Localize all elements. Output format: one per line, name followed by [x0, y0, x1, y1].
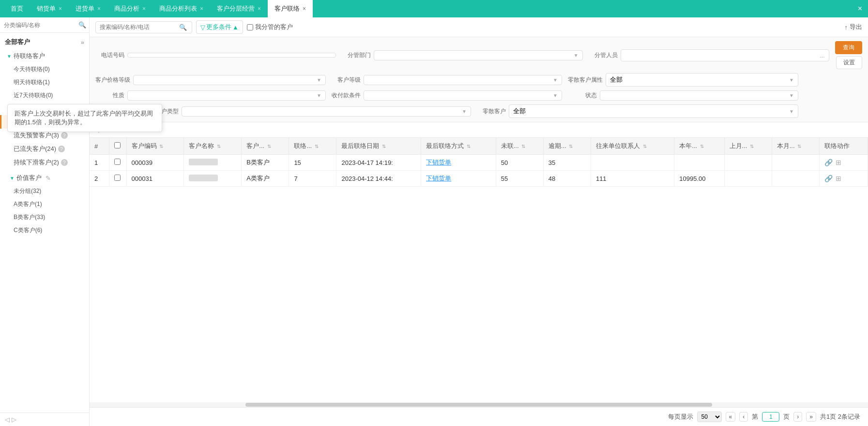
declining-help-icon[interactable]: ?: [61, 159, 68, 166]
status-select[interactable]: ▼: [600, 90, 798, 101]
sidebar-search-icon[interactable]: 🔍: [78, 21, 86, 29]
col-contact-count[interactable]: 联络... ⇅: [289, 138, 336, 155]
filter-dept: 分管部门 ▼: [342, 50, 582, 60]
nav-item-home[interactable]: 首页: [4, 0, 30, 17]
nav-close-analysis-list[interactable]: ×: [200, 5, 203, 12]
page-last-button[interactable]: »: [806, 412, 816, 422]
retail-customer-select[interactable]: 全部 ▼: [509, 104, 798, 118]
nav-item-sales[interactable]: 销货单 ×: [30, 0, 69, 17]
sidebar-section-value[interactable]: ▼ 价值客户 ✎: [0, 171, 89, 185]
my-customer-checkbox[interactable]: [247, 24, 253, 30]
more-conditions-button[interactable]: ▽ 更多条件 ▲: [196, 20, 243, 34]
page-number-input[interactable]: [762, 412, 779, 422]
sidebar-leaf-7days[interactable]: 近7天待联络(0): [0, 89, 89, 102]
row1-checkbox[interactable]: [109, 155, 126, 171]
export-button[interactable]: ↑ 导出: [845, 23, 863, 31]
row2-checkbox[interactable]: [109, 171, 126, 187]
nav-close-customer-contact[interactable]: ×: [303, 5, 306, 12]
nav-close-analysis[interactable]: ×: [142, 5, 146, 12]
col-uncontacted[interactable]: 未联... ⇅: [496, 138, 543, 155]
person-select[interactable]: ...: [621, 49, 829, 61]
person-dots: ...: [820, 52, 825, 59]
col-last-method[interactable]: 最后联络方式 ⇅: [421, 138, 496, 155]
row2-method-link[interactable]: 下销货单: [426, 175, 451, 182]
col-this-month[interactable]: 本月... ⇅: [772, 138, 819, 155]
nav-item-customer-tier[interactable]: 客户分层经营 ×: [210, 0, 268, 17]
sidebar-leaf-b-class[interactable]: B类客户(33): [0, 211, 89, 224]
nature-select[interactable]: ▼: [127, 90, 326, 101]
my-customer-checkbox-area[interactable]: 我分管的客户: [247, 23, 293, 31]
nav-item-purchase[interactable]: 进货单 ×: [69, 0, 107, 17]
row1-link-icon[interactable]: 🔗: [824, 159, 833, 166]
row1-grid-icon[interactable]: ⊞: [836, 159, 841, 166]
sidebar-leaf-c-class[interactable]: C类客户(6): [0, 224, 89, 237]
col-checkbox: [109, 138, 126, 155]
page-next-button[interactable]: ›: [793, 412, 802, 422]
nav-label-sales: 销货单: [37, 4, 56, 13]
nav-close-purchase[interactable]: ×: [97, 5, 101, 12]
payment-select[interactable]: ▼: [364, 90, 562, 101]
nav-item-analysis[interactable]: 商品分析 ×: [107, 0, 152, 17]
nav-close-customer-tier[interactable]: ×: [258, 5, 261, 12]
select-all-checkbox[interactable]: [114, 142, 121, 148]
sidebar-expand-icon2[interactable]: ▷: [12, 416, 16, 423]
sidebar-expand-icon[interactable]: ◁: [5, 416, 10, 423]
phone-input[interactable]: [127, 53, 336, 58]
sidebar-leaf-a-class[interactable]: A类客户(1): [0, 198, 89, 211]
col-name[interactable]: 客户名称 ⇅: [184, 138, 242, 155]
sidebar-leaf-ungrouped[interactable]: 未分组(32): [0, 185, 89, 198]
nav-label-analysis: 商品分析: [114, 4, 139, 13]
row1-checkbox-input[interactable]: [114, 159, 121, 165]
row2-last-method[interactable]: 下销货单: [421, 171, 496, 187]
sidebar-leaf-declining[interactable]: 持续下滑客户(2) ?: [0, 156, 89, 169]
page-word: 页: [783, 412, 790, 421]
row1-actions: 🔗 ⊞: [819, 155, 868, 171]
sidebar-leaf-churned[interactable]: 已流失客户(24) ?: [0, 142, 89, 156]
dept-select[interactable]: ▼: [374, 50, 582, 60]
value-edit-icon[interactable]: ✎: [46, 175, 51, 182]
row1-last-date: 2023-04-17 14:19:: [336, 155, 421, 171]
col-last-month[interactable]: 上月... ⇅: [724, 138, 772, 155]
row2-grid-icon[interactable]: ⊞: [836, 175, 841, 182]
row1-last-method[interactable]: 下销货单: [421, 155, 496, 171]
nav-close-sales[interactable]: ×: [59, 5, 62, 12]
search-icon[interactable]: 🔍: [179, 24, 187, 31]
churned-help-icon[interactable]: ?: [58, 146, 65, 152]
row2-checkbox-input[interactable]: [114, 175, 121, 181]
row2-name: [184, 171, 242, 187]
sidebar-search-input[interactable]: [4, 22, 76, 29]
declining-label: 持续下滑客户(2): [14, 158, 59, 167]
query-button[interactable]: 查询: [835, 41, 862, 54]
sidebar-all-customers[interactable]: 全部客户 »: [0, 35, 89, 49]
page-prev-button[interactable]: ‹: [739, 412, 748, 422]
sidebar-section-pending[interactable]: ▼ 待联络客户: [0, 49, 89, 63]
page-first-button[interactable]: «: [726, 412, 736, 422]
customer-grade-select[interactable]: ▼: [364, 75, 562, 85]
settings-button[interactable]: 设置: [836, 56, 862, 69]
row1-uncontacted: 50: [496, 155, 543, 171]
search-input[interactable]: [100, 24, 177, 30]
customer-type-select[interactable]: ▼: [182, 106, 471, 117]
col-person[interactable]: 往来单位联系人 ⇅: [591, 138, 674, 155]
nav-item-customer-contact[interactable]: 客户联络 ×: [268, 0, 313, 17]
sidebar-leaf-tomorrow[interactable]: 明天待联络(1): [0, 76, 89, 89]
row1-method-link[interactable]: 下销货单: [426, 159, 451, 166]
filter-row-4: ... 客户类型 ▼ 零散客户 全部 ▼: [95, 104, 862, 118]
scrollbar-thumb[interactable]: [245, 403, 713, 407]
sidebar-leaf-today[interactable]: 今天待联络(0): [0, 63, 89, 76]
col-last-date[interactable]: 最后联络日期 ⇅: [336, 138, 421, 155]
nav-close-all-button[interactable]: ×: [858, 4, 862, 13]
col-code[interactable]: 客户编码 ⇅: [126, 138, 184, 155]
col-overdue[interactable]: 逾期... ⇅: [543, 138, 591, 155]
col-this-year[interactable]: 本年... ⇅: [674, 138, 724, 155]
row2-action-buttons: 🔗 ⊞: [824, 175, 863, 182]
page-size-select[interactable]: 50 100 200: [697, 411, 722, 422]
sidebar-collapse-icon[interactable]: »: [81, 39, 84, 46]
col-type[interactable]: 客户... ⇅: [242, 138, 289, 155]
nav-item-analysis-list[interactable]: 商品分析列表 ×: [152, 0, 210, 17]
horizontal-scrollbar[interactable]: [90, 402, 868, 407]
retail-attr-select[interactable]: 全部 ▼: [606, 73, 798, 87]
row2-link-icon[interactable]: 🔗: [824, 175, 833, 182]
price-grade-select[interactable]: ▼: [133, 75, 326, 85]
churn-warning-help-icon[interactable]: ?: [61, 132, 68, 139]
